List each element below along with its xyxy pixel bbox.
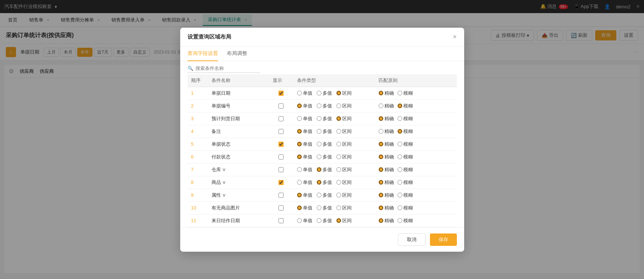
type-option-单值[interactable]: 单值: [297, 205, 312, 211]
type-option-单值[interactable]: 单值: [297, 115, 312, 122]
cell-name: 预计到货日期: [208, 112, 269, 125]
type-option-多值[interactable]: 多值: [317, 179, 332, 186]
show-checkbox[interactable]: [278, 103, 284, 109]
match-radio-group: 精确模糊: [379, 141, 453, 148]
match-option-模糊[interactable]: 模糊: [398, 205, 413, 211]
type-option-多值[interactable]: 多值: [317, 154, 332, 160]
cell-name: 单据日期: [208, 87, 269, 99]
match-option-精确[interactable]: 精确: [379, 141, 394, 148]
cell-show: [269, 112, 293, 125]
type-option-单值[interactable]: 单值: [297, 179, 312, 186]
show-checkbox-label[interactable]: [273, 116, 290, 121]
type-option-多值[interactable]: 多值: [317, 115, 332, 122]
dialog-tab-layout[interactable]: 布局调整: [227, 47, 247, 61]
show-checkbox[interactable]: [278, 154, 284, 160]
type-option-单值[interactable]: 单值: [297, 141, 312, 148]
type-option-区间[interactable]: 区间: [336, 141, 352, 148]
show-checkbox[interactable]: [278, 91, 284, 96]
show-checkbox-label[interactable]: [273, 91, 290, 96]
type-option-区间[interactable]: 区间: [336, 192, 352, 199]
show-checkbox[interactable]: [278, 193, 284, 198]
type-option-单值[interactable]: 单值: [297, 103, 312, 109]
type-option-单值[interactable]: 单值: [297, 192, 312, 199]
type-option-单值[interactable]: 单值: [297, 90, 312, 97]
type-option-区间[interactable]: 区间: [336, 154, 352, 160]
show-checkbox-label[interactable]: [273, 180, 290, 185]
match-option-模糊[interactable]: 模糊: [398, 179, 413, 186]
show-checkbox-label[interactable]: [273, 167, 290, 172]
match-option-精确[interactable]: 精确: [379, 179, 394, 186]
match-option-精确[interactable]: 精确: [379, 103, 394, 109]
show-checkbox-label[interactable]: [273, 129, 290, 134]
type-option-区间[interactable]: 区间: [336, 217, 352, 224]
type-option-区间[interactable]: 区间: [336, 90, 352, 97]
match-radio-group: 精确模糊: [379, 205, 453, 211]
show-checkbox-label[interactable]: [273, 218, 290, 223]
show-checkbox-label[interactable]: [273, 103, 290, 109]
type-radio-group: 单值多值区间: [297, 166, 371, 173]
match-option-精确[interactable]: 精确: [379, 154, 394, 160]
type-option-多值[interactable]: 多值: [317, 90, 332, 97]
type-option-多值[interactable]: 多值: [317, 217, 332, 224]
type-option-多值[interactable]: 多值: [317, 166, 332, 173]
match-option-精确[interactable]: 精确: [379, 205, 394, 211]
type-option-区间[interactable]: 区间: [336, 103, 352, 109]
match-option-模糊[interactable]: 模糊: [398, 141, 413, 148]
dialog-overlay: 设置查询区域布局 × 查询字段设置 布局调整 🔍 顺序: [0, 0, 644, 278]
match-option-模糊[interactable]: 模糊: [398, 128, 413, 135]
match-option-精确[interactable]: 精确: [379, 115, 394, 122]
cell-name: 单据编号: [208, 99, 269, 112]
match-option-精确[interactable]: 精确: [379, 217, 394, 224]
type-option-区间[interactable]: 区间: [336, 179, 352, 186]
type-option-多值[interactable]: 多值: [317, 128, 332, 135]
show-checkbox-label[interactable]: [273, 193, 290, 198]
type-option-多值[interactable]: 多值: [317, 103, 332, 109]
match-option-精确[interactable]: 精确: [379, 90, 394, 97]
show-checkbox[interactable]: [278, 180, 284, 185]
type-option-多值[interactable]: 多值: [317, 205, 332, 211]
search-icon: 🔍: [187, 66, 193, 71]
match-option-精确[interactable]: 精确: [379, 166, 394, 173]
show-checkbox[interactable]: [278, 205, 284, 211]
cell-show: [269, 99, 293, 112]
type-radio-group: 单值多值区间: [297, 115, 371, 122]
match-option-模糊[interactable]: 模糊: [398, 192, 413, 199]
search-input[interactable]: [195, 66, 260, 71]
match-option-模糊[interactable]: 模糊: [398, 154, 413, 160]
show-checkbox-label[interactable]: [273, 205, 290, 211]
match-option-模糊[interactable]: 模糊: [398, 217, 413, 224]
match-option-模糊[interactable]: 模糊: [398, 166, 413, 173]
match-option-模糊[interactable]: 模糊: [398, 103, 413, 109]
type-option-多值[interactable]: 多值: [317, 141, 332, 148]
type-option-区间[interactable]: 区间: [336, 166, 352, 173]
show-checkbox[interactable]: [278, 218, 284, 223]
show-checkbox[interactable]: [278, 142, 284, 147]
show-checkbox-label[interactable]: [273, 142, 290, 147]
type-option-单值[interactable]: 单值: [297, 154, 312, 160]
match-option-精确[interactable]: 精确: [379, 128, 394, 135]
cell-match: 精确模糊: [375, 201, 457, 214]
match-option-模糊[interactable]: 模糊: [398, 90, 413, 97]
type-option-单值[interactable]: 单值: [297, 217, 312, 224]
dialog-close-btn[interactable]: ×: [453, 34, 457, 40]
match-option-模糊[interactable]: 模糊: [398, 115, 413, 122]
show-checkbox[interactable]: [278, 129, 284, 134]
match-option-精确[interactable]: 精确: [379, 192, 394, 199]
th-order: 顺序: [187, 74, 208, 87]
type-option-单值[interactable]: 单值: [297, 128, 312, 135]
type-option-区间[interactable]: 区间: [336, 205, 352, 211]
type-option-多值[interactable]: 多值: [317, 192, 332, 199]
dialog-tab-query[interactable]: 查询字段设置: [187, 47, 218, 61]
type-option-区间[interactable]: 区间: [336, 128, 352, 135]
save-btn[interactable]: 保存: [430, 233, 457, 246]
cancel-btn[interactable]: 取消: [398, 233, 426, 246]
table-row: 6付款状态单值多值区间精确模糊: [187, 150, 457, 163]
cell-order: 3: [187, 112, 208, 125]
type-option-单值[interactable]: 单值: [297, 166, 312, 173]
show-checkbox[interactable]: [278, 167, 284, 172]
show-checkbox-label[interactable]: [273, 154, 290, 160]
type-option-区间[interactable]: 区间: [336, 115, 352, 122]
type-radio-group: 单值多值区间: [297, 154, 371, 160]
cell-order: 6: [187, 150, 208, 163]
show-checkbox[interactable]: [278, 116, 284, 121]
